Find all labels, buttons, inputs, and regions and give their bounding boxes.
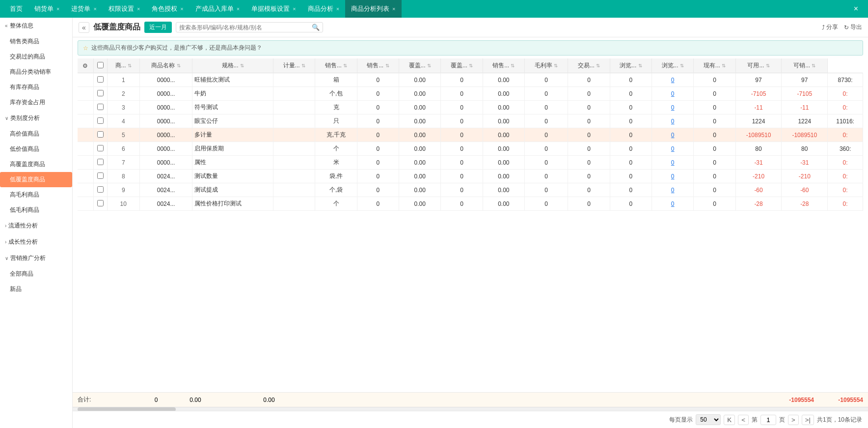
row-checkbox-cell[interactable] [93, 170, 107, 183]
col-current-header[interactable]: 现有... ⇅ [694, 58, 735, 73]
next-page-button[interactable]: > [788, 415, 799, 425]
sidebar-section-growth[interactable]: › 成长性分析 [0, 234, 72, 250]
col-cover2-header[interactable]: 覆盖... ⇅ [441, 58, 483, 73]
window-close-button[interactable]: × [848, 0, 864, 18]
page-label: 第 [752, 416, 758, 424]
row-code-cell: 0000... [139, 73, 192, 87]
col-saleable-header[interactable]: 可销... ⇅ [782, 58, 828, 73]
col-cover1-header[interactable]: 覆盖... ⇅ [399, 58, 441, 73]
sidebar-item-sales-goods[interactable]: 销售类商品 [0, 34, 72, 49]
page-number-input[interactable] [760, 415, 776, 425]
col-code-header[interactable]: 商... ⇅ [107, 58, 139, 73]
col-sales3-header[interactable]: 销售... ⇅ [483, 58, 524, 73]
col-browse1-header[interactable]: 浏览... ⇅ [610, 58, 651, 73]
col-sales-qty-header[interactable]: 销售... ⇅ [315, 58, 357, 73]
sidebar-item-traded-goods[interactable]: 交易过的商品 [0, 49, 72, 64]
col-sales-amt-header[interactable]: 销售... ⇅ [357, 58, 399, 73]
collapse-sidebar-button[interactable]: « [79, 22, 89, 33]
row-checkbox-cell[interactable] [93, 114, 107, 128]
content-header: « 低覆盖度商品 近一月 🔍 ⤴ 分享 ↻ 导出 [73, 18, 868, 37]
row-saleable-cell: 0: [828, 87, 863, 101]
sidebar-item-category-rate[interactable]: 商品分类动销率 [0, 64, 72, 80]
close-purchase-order-icon[interactable]: × [93, 6, 96, 12]
close-sales-order-icon[interactable]: × [56, 6, 59, 12]
sidebar-section-liquidity[interactable]: › 流通性分析 [0, 218, 72, 234]
row-cover2-cell: 0.00 [483, 183, 524, 197]
per-page-select[interactable]: 50 100 200 [696, 414, 721, 425]
sidebar-item-in-stock[interactable]: 有库存商品 [0, 80, 72, 95]
select-all-checkbox[interactable] [97, 62, 104, 68]
first-page-button[interactable]: K [724, 415, 735, 425]
row-name-cell: 旺辅批次测试 [192, 73, 273, 87]
col-spec-header[interactable]: 规格... ⇅ [192, 58, 273, 73]
row-checkbox-cell[interactable] [93, 156, 107, 170]
col-settings-header[interactable]: ⚙ [78, 58, 93, 73]
close-product-analysis-icon[interactable]: × [336, 6, 339, 12]
export-button[interactable]: ↻ 导出 [844, 23, 862, 31]
sidebar-item-high-coverage[interactable]: 高覆盖度商品 [0, 157, 72, 172]
col-name-header[interactable]: 商品名称 ⇅ [139, 58, 192, 73]
row-saleable-cell: 0: [828, 128, 863, 142]
close-analysis-list-icon[interactable]: × [392, 6, 395, 12]
nav-product-analysis-list[interactable]: 商品分析列表 × [345, 0, 401, 18]
row-trade-cell: 0 [610, 73, 651, 87]
sidebar-item-capital-usage[interactable]: 库存资金占用 [0, 95, 72, 110]
row-browse1-cell: 0 [652, 197, 694, 211]
row-spec-cell [273, 128, 315, 142]
row-cover2-cell: 0.00 [483, 101, 524, 114]
col-available-header[interactable]: 可用... ⇅ [735, 58, 782, 73]
nav-sales-order[interactable]: 销货单 × [28, 0, 65, 18]
row-cover1-cell: 0 [441, 156, 483, 170]
search-box[interactable]: 🔍 [176, 22, 323, 32]
nav-template-settings[interactable]: 单据模板设置 × [245, 0, 301, 18]
row-spec-cell [273, 156, 315, 170]
col-unit-header[interactable]: 计量... ⇅ [273, 58, 315, 73]
sidebar-item-low-coverage[interactable]: 低覆盖度商品 [0, 172, 72, 187]
row-sales-qty-cell: 0 [357, 128, 399, 142]
nav-permissions[interactable]: 权限设置 × [103, 0, 146, 18]
sidebar-item-low-margin[interactable]: 低毛利商品 [0, 202, 72, 218]
sidebar-item-all-goods[interactable]: 全部商品 [0, 266, 72, 282]
col-browse2-header[interactable]: 浏览... ⇅ [652, 58, 694, 73]
close-permissions-icon[interactable]: × [137, 6, 140, 12]
share-button[interactable]: ⤴ 分享 [822, 23, 838, 31]
collapse-sidebar-icon[interactable]: « [5, 23, 8, 29]
data-table-wrapper[interactable]: ⚙ 商... ⇅ 商品名称 ⇅ 规格... ⇅ 计量... ⇅ 销售... ⇅ … [73, 58, 868, 392]
row-checkbox-cell[interactable] [93, 183, 107, 197]
row-browse1-cell: 0 [652, 73, 694, 87]
nav-purchase-order[interactable]: 进货单 × [65, 0, 102, 18]
col-checkbox-header[interactable] [93, 58, 107, 73]
last-page-button[interactable]: >| [802, 415, 814, 425]
sidebar-item-high-margin[interactable]: 高毛利商品 [0, 187, 72, 202]
nav-product-analysis[interactable]: 商品分析 × [302, 0, 345, 18]
sidebar-section-overall[interactable]: « 整体信息 [0, 18, 72, 34]
nav-product-stock[interactable]: 产成品入库单 × [190, 0, 245, 18]
sidebar-section-marketing[interactable]: ∨ 营销推广分析 [0, 250, 72, 266]
row-checkbox-cell[interactable] [93, 73, 107, 87]
filter-recent-month-button[interactable]: 近一月 [144, 22, 172, 33]
row-cover1-cell: 0 [441, 142, 483, 156]
row-spec-cell [273, 87, 315, 101]
row-checkbox-cell[interactable] [93, 101, 107, 114]
row-checkbox-cell[interactable] [93, 142, 107, 156]
sidebar-item-low-value[interactable]: 低价值商品 [0, 142, 72, 157]
row-checkbox-cell[interactable] [93, 128, 107, 142]
row-checkbox-cell[interactable] [93, 197, 107, 211]
close-template-icon[interactable]: × [293, 6, 296, 12]
search-input[interactable] [179, 24, 312, 31]
prev-page-button[interactable]: < [738, 415, 749, 425]
row-name-cell: 多计量 [192, 128, 273, 142]
sidebar-item-new-goods[interactable]: 新品 [0, 282, 72, 297]
sidebar-item-high-value[interactable]: 高价值商品 [0, 126, 72, 142]
row-checkbox-cell[interactable] [93, 87, 107, 101]
nav-home[interactable]: 首页 [4, 0, 28, 18]
close-product-stock-icon[interactable]: × [237, 6, 240, 12]
sidebar-section-category[interactable]: ∨ 类别度分析 [0, 110, 72, 126]
col-trade-header[interactable]: 交易... ⇅ [568, 58, 610, 73]
nav-role-auth[interactable]: 角色授权 × [146, 0, 189, 18]
horizontal-scrollbar[interactable] [73, 407, 868, 411]
col-gross-rate-header[interactable]: 毛利率 ⇅ [524, 58, 568, 73]
row-browse1-cell: 0 [652, 183, 694, 197]
info-icon: ☆ [83, 45, 88, 52]
close-role-auth-icon[interactable]: × [180, 6, 183, 12]
